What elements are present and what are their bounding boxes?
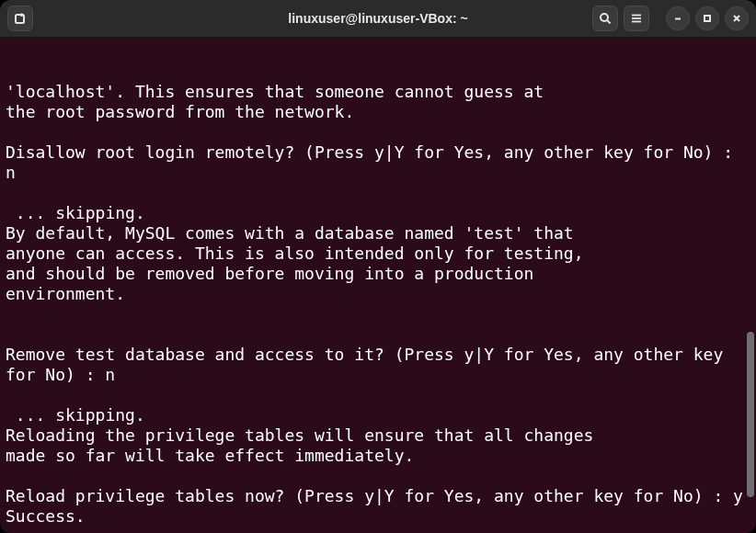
svg-point-3 <box>601 14 608 21</box>
svg-rect-9 <box>704 16 710 21</box>
close-icon <box>731 13 742 24</box>
new-tab-button[interactable] <box>7 6 33 31</box>
titlebar: linuxuser@linuxuser-VBox: ~ <box>0 0 756 38</box>
terminal-window: linuxuser@linuxuser-VBox: ~ <box>0 0 756 533</box>
terminal-viewport[interactable]: 'localhost'. This ensures that someone c… <box>0 38 756 533</box>
hamburger-icon <box>630 12 643 25</box>
close-button[interactable] <box>725 6 749 30</box>
minimize-icon <box>672 13 683 24</box>
terminal-output: 'localhost'. This ensures that someone c… <box>6 82 750 533</box>
menu-button[interactable] <box>624 6 649 31</box>
maximize-icon <box>702 13 713 24</box>
new-tab-icon <box>14 12 27 25</box>
maximize-button[interactable] <box>695 6 719 30</box>
search-button[interactable] <box>592 6 618 31</box>
svg-line-4 <box>607 20 611 24</box>
svg-rect-0 <box>16 15 24 23</box>
search-icon <box>599 12 612 25</box>
minimize-button[interactable] <box>666 6 690 30</box>
scrollbar-thumb[interactable] <box>747 332 754 497</box>
